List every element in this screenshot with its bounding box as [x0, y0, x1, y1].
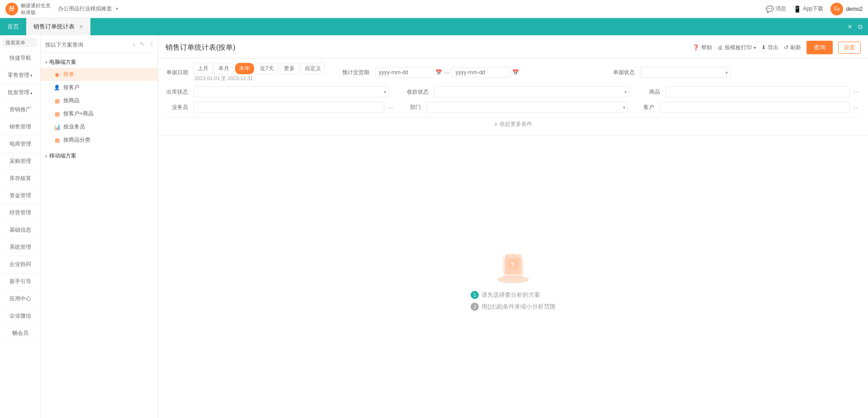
message-icon: 💬: [766, 5, 774, 13]
export-icon: ⬇: [761, 44, 766, 51]
department-label: 部门: [407, 104, 421, 111]
print-dropdown-icon: ▾: [754, 45, 756, 50]
export-button[interactable]: ⬇ 导出: [761, 44, 778, 52]
filter-row-2: 出库状态 ▾ 收款状态: [165, 86, 861, 97]
scheme-item-by-salesperson[interactable]: 📊 按业务员: [41, 120, 158, 133]
sidebar-item-operations[interactable]: 经营管理: [0, 204, 40, 222]
sidebar-item-inventory[interactable]: 库存核算: [0, 170, 40, 187]
filter-row-3: 业务员 ··· 部门 ▾ 客户: [165, 102, 861, 113]
product-input[interactable]: [665, 86, 850, 97]
content-area: 按以下方案查询 ＋ ✎ 《 ▾ 电脑端方案 ◉ 按单 👤 按客: [41, 35, 868, 418]
left-panel-title: 按以下方案查询: [45, 41, 128, 49]
date-btn-last-7-days[interactable]: 近7天: [256, 63, 278, 74]
payment-status-label: 收款状态: [401, 88, 429, 96]
salesperson-input[interactable]: [193, 102, 384, 113]
app-download-icon: 📱: [793, 5, 801, 13]
tab-restore-icon[interactable]: ⧉: [856, 22, 864, 32]
delivery-date-to[interactable]: [452, 67, 510, 78]
collapse-panel-icon[interactable]: 《: [147, 41, 153, 49]
page-header: 销售订单统计表(按单) ❓ 帮助 🖨 按模板打印 ▾ ⬇ 导出: [158, 35, 868, 58]
tab-sales-order-stats[interactable]: 销售订单统计表 ✕: [26, 18, 90, 35]
payment-status-select[interactable]: [434, 86, 629, 97]
date-btn-this-year[interactable]: 本年: [235, 63, 254, 74]
date-btn-last-month[interactable]: 上月: [193, 63, 212, 74]
delivery-status-label: 出库状态: [165, 88, 188, 96]
sidebar-item-new-user[interactable]: 新手引导: [0, 273, 40, 290]
scheme-item-by-customer-product[interactable]: ▦ 按客户+商品: [41, 107, 158, 120]
customer-more-icon[interactable]: ···: [852, 104, 861, 111]
breadcrumb-dropdown-icon[interactable]: ▾: [116, 6, 118, 12]
date-btn-this-month[interactable]: 本月: [214, 63, 233, 74]
salesperson-filter: ···: [193, 102, 395, 113]
sidebar-item-member[interactable]: 畅会员: [0, 325, 40, 342]
bill-status-label: 单据状态: [608, 69, 635, 76]
date-btn-custom[interactable]: 自定义: [301, 63, 325, 74]
sidebar-item-retail[interactable]: 零售管理 ▾: [0, 67, 40, 84]
edit-scheme-icon[interactable]: ✎: [140, 41, 145, 49]
bill-status-select[interactable]: [640, 67, 731, 78]
breadcrumb-title: 办公用品行业模拟账套: [58, 5, 112, 13]
customer-label: 客户: [641, 104, 654, 111]
tab-home[interactable]: 首页: [0, 18, 26, 35]
tab-close-window-icon[interactable]: ✕: [845, 22, 854, 31]
department-select[interactable]: [426, 102, 627, 113]
sidebar-item-system[interactable]: 系统管理: [0, 239, 40, 256]
salesperson-more-icon[interactable]: ···: [386, 104, 395, 111]
sidebar-item-quick-nav[interactable]: 快捷导航: [0, 50, 40, 67]
scheme-item-by-product-category[interactable]: ▦ 按商品分类: [41, 133, 158, 147]
page-title: 销售订单统计表(按单): [165, 43, 236, 52]
sidebar-item-app-center[interactable]: 应用中心: [0, 290, 40, 308]
tip-1-number: 1: [471, 291, 479, 299]
sidebar-item-ecommerce[interactable]: 电商管理: [0, 136, 40, 153]
sidebar-item-basic-info[interactable]: 基础信息: [0, 222, 40, 239]
tab-close-icon[interactable]: ✕: [79, 24, 83, 30]
sidebar-item-finance[interactable]: 资金管理: [0, 187, 40, 204]
top-bar: 好 畅捷通好生意 标准版 办公用品行业模拟账套 ▾ 💬 消息 📱 App下载 E…: [0, 0, 868, 18]
by-customer-product-icon: ▦: [53, 110, 61, 118]
scheme-group-pc-title[interactable]: ▾ 电脑端方案: [41, 57, 158, 68]
query-button[interactable]: 查询: [807, 41, 833, 54]
empty-tips: 1 请先选择要分析的方案 2 用[过滤]条件来缩小分析范围: [471, 291, 555, 311]
refresh-button[interactable]: ↺ 刷新: [784, 44, 801, 52]
scheme-item-by-order[interactable]: ◉ 按单: [41, 68, 158, 81]
message-action[interactable]: 💬 消息: [766, 5, 786, 13]
calendar-to-icon[interactable]: 📅: [512, 69, 519, 76]
date-btn-more[interactable]: 更多: [280, 63, 299, 74]
calendar-from-icon[interactable]: 📅: [435, 69, 442, 76]
wholesale-arrow-icon: ▴: [30, 90, 33, 95]
main-content: 销售订单统计表(按单) ❓ 帮助 🖨 按模板打印 ▾ ⬇ 导出: [158, 35, 868, 418]
settings-button[interactable]: 设置: [838, 42, 861, 54]
logo-icon: 好: [5, 3, 18, 15]
date-filter-group: 上月 本月 本年 近7天 更多 自定义 2023-01-01 至 2023-12…: [193, 63, 325, 82]
date-range-display: 2023-01-01 至 2023-12-31: [194, 75, 325, 82]
mobile-group-arrow-icon: ▸: [45, 153, 47, 158]
print-icon: 🖨: [717, 44, 723, 51]
left-panel-header: 按以下方案查询 ＋ ✎ 《: [41, 39, 158, 53]
filter-row-1: 单据日期 上月 本月 本年 近7天 更多 自定义 2023-01-01 至 20…: [165, 63, 861, 82]
app-download-action[interactable]: 📱 App下载: [793, 5, 823, 13]
product-more-icon[interactable]: ···: [852, 88, 861, 95]
scheme-group-mobile-title[interactable]: ▸ 移动端方案: [41, 150, 158, 162]
user-area[interactable]: Ea demo2: [830, 3, 863, 15]
help-button[interactable]: ❓ 帮助: [693, 44, 712, 52]
scheme-item-by-customer[interactable]: 👤 按客户: [41, 81, 158, 94]
sidebar-item-wholesale[interactable]: 批发管理 ▴: [0, 84, 40, 101]
sidebar-item-sales[interactable]: 销售管理: [0, 119, 40, 136]
template-print-button[interactable]: 🖨 按模板打印 ▾: [717, 44, 756, 52]
empty-tip-2: 2 用[过滤]条件来缩小分析范围: [471, 303, 555, 311]
bill-status-select-wrapper: ▾: [640, 67, 731, 78]
delivery-date-from[interactable]: [375, 67, 434, 78]
collapse-button[interactable]: ∧ 收起更多条件: [165, 117, 861, 131]
delivery-status-select[interactable]: [193, 86, 389, 97]
sidebar-item-enterprise-wechat[interactable]: 企业微信: [0, 308, 40, 325]
scheme-item-by-product[interactable]: ▦ 按商品: [41, 94, 158, 107]
customer-input[interactable]: [660, 102, 850, 113]
add-scheme-icon[interactable]: ＋: [131, 41, 137, 49]
sidebar-item-purchase[interactable]: 采购管理: [0, 153, 40, 170]
sidebar-item-marketing[interactable]: 营销推广: [0, 101, 40, 119]
search-input[interactable]: [3, 38, 38, 47]
help-icon: ❓: [693, 44, 699, 51]
by-product-icon: ▦: [53, 97, 61, 104]
salesperson-label: 业务员: [165, 104, 188, 111]
sidebar-item-enterprise[interactable]: 企业协同: [0, 256, 40, 273]
